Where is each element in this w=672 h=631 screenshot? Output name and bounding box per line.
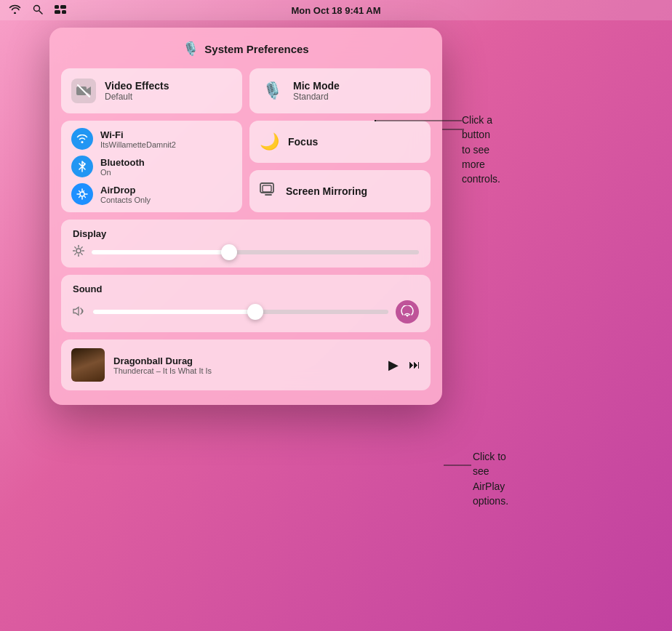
- svg-line-17: [81, 253, 82, 254]
- bluetooth-title: Bluetooth: [100, 157, 145, 168]
- track-artist: Thundercat – It Is What It Is: [113, 366, 380, 375]
- volume-fill: [93, 310, 255, 314]
- connectivity-tile: Wi-Fi ItsWillametteDamnit2 Bluetooth On: [61, 121, 242, 212]
- mic-mode-icon: 🎙️: [260, 79, 284, 103]
- callout-2-text: Click to see AirPlay options.: [473, 449, 508, 508]
- svg-line-1: [39, 11, 42, 14]
- brightness-low-icon: [73, 245, 84, 259]
- track-title: Dragonball Durag: [113, 355, 380, 366]
- screen-mirroring-text: Screen Mirroring: [286, 185, 367, 197]
- video-effects-tile[interactable]: Video Effects Default: [61, 68, 242, 113]
- svg-rect-4: [55, 10, 60, 14]
- svg-rect-5: [62, 10, 66, 14]
- wifi-row[interactable]: Wi-Fi ItsWillametteDamnit2: [71, 128, 232, 150]
- focus-tile[interactable]: 🌙 Focus: [249, 121, 431, 163]
- wifi-title: Wi-Fi: [100, 129, 176, 140]
- wifi-subtitle: ItsWillametteDamnit2: [100, 140, 176, 149]
- focus-icon: 🌙: [260, 132, 279, 151]
- airdrop-title: AirDrop: [100, 185, 151, 196]
- brightness-fill: [92, 250, 229, 254]
- svg-line-19: [75, 253, 76, 254]
- focus-text: Focus: [288, 136, 318, 148]
- volume-slider-row: [73, 300, 419, 323]
- menu-bar: Mon Oct 18 9:41 AM: [0, 0, 672, 20]
- svg-line-18: [81, 247, 82, 249]
- focus-title: Focus: [288, 136, 318, 148]
- album-art: [71, 348, 105, 382]
- svg-rect-10: [263, 185, 271, 192]
- volume-icon: [73, 306, 86, 318]
- playback-controls: ▶ ⏭: [388, 357, 420, 373]
- fast-forward-button[interactable]: ⏭: [409, 358, 420, 371]
- mic-mode-title: Mic Mode: [293, 80, 340, 92]
- airdrop-row[interactable]: AirDrop Contacts Only: [71, 183, 232, 205]
- airdrop-subtitle: Contacts Only: [100, 196, 151, 204]
- track-info: Dragonball Durag Thundercat – It Is What…: [113, 355, 380, 375]
- volume-slider[interactable]: [93, 310, 388, 314]
- svg-point-11: [76, 249, 81, 253]
- preferences-icon: 🎙️: [183, 41, 199, 57]
- volume-thumb[interactable]: [247, 304, 263, 320]
- screen-mirroring-icon: [260, 182, 277, 201]
- wifi-text: Wi-Fi ItsWillametteDamnit2: [100, 129, 176, 149]
- mic-mode-tile[interactable]: 🎙️ Mic Mode Standard: [249, 68, 431, 113]
- screen-mirroring-tile[interactable]: Screen Mirroring: [249, 170, 431, 212]
- now-playing-tile[interactable]: Dragonball Durag Thundercat – It Is What…: [61, 339, 431, 390]
- svg-rect-2: [55, 5, 59, 9]
- brightness-thumb[interactable]: [221, 244, 237, 260]
- display-label: Display: [73, 228, 419, 239]
- menubar-datetime: Mon Oct 18 9:41 AM: [291, 5, 380, 16]
- airplay-button[interactable]: [396, 300, 419, 323]
- search-menu-icon[interactable]: [33, 4, 43, 17]
- video-effects-title: Video Effects: [105, 80, 169, 92]
- play-button[interactable]: ▶: [388, 357, 399, 373]
- wifi-icon: [71, 128, 93, 150]
- sound-section: Sound: [61, 275, 431, 332]
- sound-label: Sound: [73, 284, 419, 294]
- svg-line-16: [75, 247, 76, 249]
- callout-1-text: Click a button to see more controls.: [462, 113, 500, 186]
- panel-header: 🎙️ System Preferences: [61, 41, 431, 57]
- airdrop-icon: [71, 183, 93, 205]
- display-section: Display: [61, 220, 431, 268]
- bluetooth-icon: [71, 156, 93, 177]
- brightness-slider-row: [73, 245, 419, 259]
- airdrop-text: AirDrop Contacts Only: [100, 185, 151, 204]
- bluetooth-text: Bluetooth On: [100, 157, 145, 177]
- svg-point-21: [375, 120, 376, 121]
- screen-mirroring-title: Screen Mirroring: [286, 185, 367, 197]
- middle-grid: Wi-Fi ItsWillametteDamnit2 Bluetooth On: [61, 121, 431, 212]
- bluetooth-subtitle: On: [100, 168, 145, 177]
- mic-mode-subtitle: Standard: [293, 92, 340, 102]
- top-grid: Video Effects Default 🎙️ Mic Mode Standa…: [61, 68, 431, 113]
- brightness-slider[interactable]: [92, 250, 419, 254]
- video-effects-subtitle: Default: [105, 92, 169, 102]
- video-effects-icon: [71, 79, 96, 103]
- bluetooth-row[interactable]: Bluetooth On: [71, 156, 232, 177]
- mic-mode-text: Mic Mode Standard: [293, 80, 340, 102]
- svg-rect-3: [60, 5, 66, 9]
- svg-point-0: [34, 5, 40, 11]
- wifi-menu-icon[interactable]: [9, 4, 21, 16]
- right-col: 🌙 Focus Screen Mirroring: [249, 121, 431, 212]
- control-center-panel: 🎙️ System Preferences Video Effects Defa…: [49, 28, 442, 405]
- panel-title: System Preferences: [204, 43, 308, 55]
- controlcenter-menu-icon[interactable]: [55, 4, 66, 16]
- video-effects-text: Video Effects Default: [105, 80, 169, 102]
